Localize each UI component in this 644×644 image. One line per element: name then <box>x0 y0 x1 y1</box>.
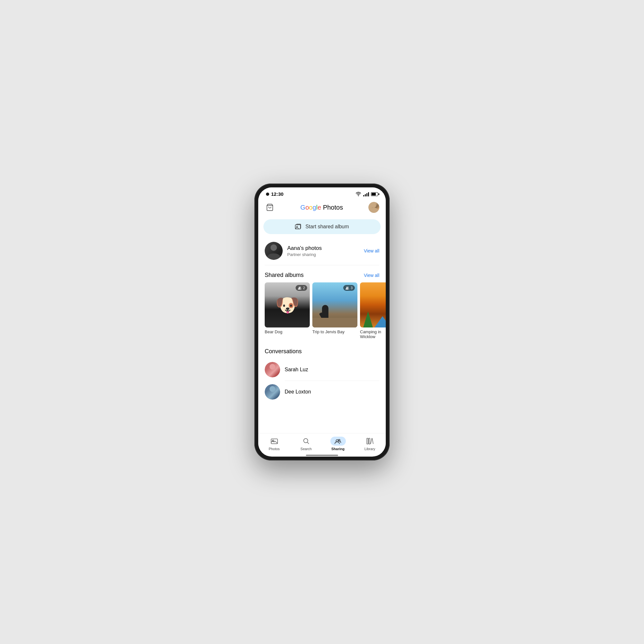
nav-sharing-icon-wrap <box>330 437 346 446</box>
nav-photos[interactable]: Photos <box>258 437 290 451</box>
nav-library-icon-wrap <box>362 437 378 446</box>
status-bar: 12:30 <box>258 187 386 199</box>
album-thumb-bear-dog: 2 <box>265 282 310 327</box>
dee-avatar <box>265 384 280 400</box>
album-members-badge-1: 2 <box>296 285 307 291</box>
album-label-1: Bear Dog <box>265 329 310 334</box>
nav-library[interactable]: Library <box>354 437 386 451</box>
albums-view-all[interactable]: View all <box>364 273 379 278</box>
status-icons <box>355 192 378 196</box>
camera-dot <box>266 193 269 196</box>
album-item-jervis-bay[interactable]: 3 Trip to Jervis Bay <box>312 282 357 339</box>
conversations-title: Conversations <box>265 348 302 355</box>
svg-point-12 <box>338 440 340 441</box>
nav-search-icon-wrap <box>298 437 314 446</box>
svg-point-6 <box>346 287 347 288</box>
album-image-camping <box>360 282 386 327</box>
partner-info: Aana's photos Partner sharing <box>287 245 359 257</box>
signal-icon <box>363 192 369 196</box>
album-label-3: Camping inWicklow <box>360 329 386 339</box>
nav-sharing-label: Sharing <box>331 447 345 451</box>
home-indicator <box>258 455 386 457</box>
partner-subtitle: Partner sharing <box>287 252 359 257</box>
library-icon <box>366 438 374 444</box>
album-thumb-jervis-bay: 3 <box>312 282 357 327</box>
album-thumb-wicklow <box>360 282 386 327</box>
album-item-wicklow[interactable]: Camping inWicklow <box>360 282 386 339</box>
phone-frame: 12:30 <box>254 184 390 460</box>
scroll-content: Start shared album Aana's photos Partner… <box>258 217 386 433</box>
shared-album-icon <box>295 224 302 230</box>
nav-photos-icon-wrap <box>267 437 282 446</box>
svg-point-7 <box>347 287 348 288</box>
bottom-nav: Photos Search <box>258 433 386 456</box>
nav-search-label: Search <box>300 447 312 451</box>
svg-rect-13 <box>367 438 368 444</box>
album-item-bear-dog[interactable]: 2 Bear Dog <box>265 282 310 339</box>
photos-icon <box>271 438 278 444</box>
partner-name: Aana's photos <box>287 245 359 251</box>
svg-rect-14 <box>369 438 370 444</box>
dee-name: Dee Loxton <box>285 389 311 395</box>
svg-point-3 <box>297 226 298 227</box>
nav-sharing[interactable]: Sharing <box>322 437 354 451</box>
conversations-section: Conversations Sarah Luz Dee Loxton <box>258 342 386 405</box>
start-shared-album-banner[interactable]: Start shared album <box>263 219 381 234</box>
conversation-sarah[interactable]: Sarah Luz <box>258 359 386 381</box>
svg-point-5 <box>300 287 301 288</box>
sharing-icon <box>335 438 342 444</box>
nav-photos-label: Photos <box>269 447 279 451</box>
album-label-2: Trip to Jervis Bay <box>312 329 357 334</box>
conversation-dee[interactable]: Dee Loxton <box>258 381 386 403</box>
svg-point-4 <box>298 287 300 288</box>
album-members-badge-2: 3 <box>343 285 355 291</box>
shared-albums-section: Shared albums View all <box>258 265 386 342</box>
shop-icon[interactable] <box>265 202 275 213</box>
partner-view-all[interactable]: View all <box>364 248 379 253</box>
search-icon <box>303 438 309 444</box>
albums-scroll: 2 Bear Dog <box>258 282 386 342</box>
status-time: 12:30 <box>266 191 283 197</box>
battery-icon <box>371 192 378 196</box>
app-header: Google Photos <box>258 199 386 217</box>
partner-sharing-section: Aana's photos Partner sharing View all <box>258 239 386 265</box>
nav-library-label: Library <box>365 447 375 451</box>
wifi-icon <box>355 192 361 196</box>
sarah-avatar <box>265 362 280 377</box>
banner-text: Start shared album <box>305 224 349 230</box>
phone-screen: 12:30 <box>258 187 386 457</box>
user-avatar[interactable] <box>368 202 379 213</box>
svg-point-0 <box>358 195 359 196</box>
sarah-name: Sarah Luz <box>285 367 308 373</box>
partner-avatar[interactable] <box>265 242 283 260</box>
google-photos-logo: Google Photos <box>300 204 343 211</box>
conversations-header: Conversations <box>258 347 386 359</box>
shared-albums-header: Shared albums View all <box>258 270 386 282</box>
nav-search[interactable]: Search <box>290 437 322 451</box>
shared-albums-title: Shared albums <box>265 272 304 279</box>
